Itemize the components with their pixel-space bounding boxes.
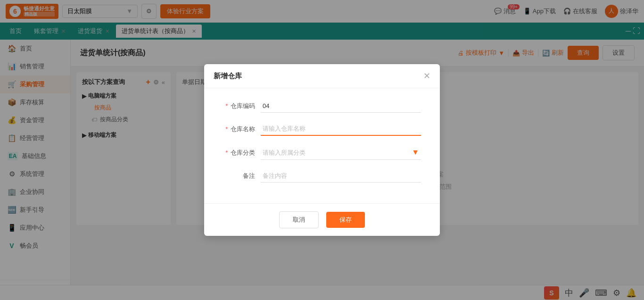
save-button[interactable]: 保存	[326, 212, 365, 228]
form-row-note: 备注	[223, 169, 421, 183]
warehouse-note-input[interactable]	[261, 169, 421, 183]
category-select-wrap[interactable]: ▼	[261, 145, 421, 160]
category-dropdown-icon: ▼	[412, 148, 419, 157]
modal-close-button[interactable]: ✕	[423, 71, 430, 81]
form-row-category: * 仓库分类 ▼	[223, 145, 421, 160]
modal-footer: 取消 保存	[204, 203, 440, 236]
warehouse-name-input[interactable]	[261, 122, 421, 136]
modal-header: 新增仓库 ✕	[204, 64, 440, 88]
add-warehouse-modal: 新增仓库 ✕ * 仓库编码 * 仓库名称	[204, 64, 440, 236]
cancel-button[interactable]: 取消	[279, 211, 319, 228]
warehouse-code-input[interactable]	[261, 100, 421, 113]
modal-title: 新增仓库	[214, 72, 242, 81]
form-row-name: * 仓库名称	[223, 122, 421, 136]
category-label: * 仓库分类	[223, 149, 261, 157]
code-label: * 仓库编码	[223, 102, 261, 110]
note-label: 备注	[223, 172, 261, 180]
modal-body: * 仓库编码 * 仓库名称 * 仓库分类	[204, 88, 440, 203]
modal-overlay: 新增仓库 ✕ * 仓库编码 * 仓库名称	[0, 0, 644, 300]
category-input[interactable]	[263, 149, 412, 156]
name-label: * 仓库名称	[223, 125, 261, 133]
form-row-code: * 仓库编码	[223, 100, 421, 113]
